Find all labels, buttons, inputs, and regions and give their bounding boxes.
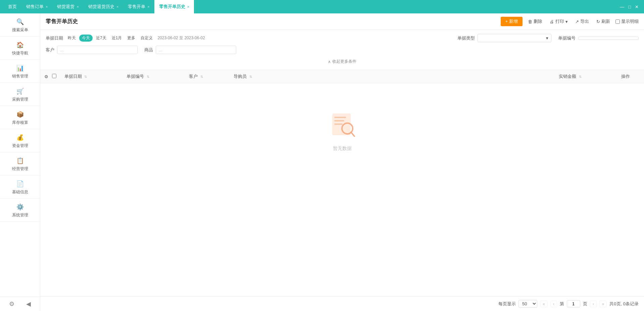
date-options: 昨天 今天 近7天 近1月 更多 自定义 <box>66 35 155 42</box>
date-opt-1month[interactable]: 近1月 <box>110 35 124 42</box>
sidebar-item-basic-info[interactable]: 📄 基础信息 <box>0 175 40 199</box>
th-spacer <box>283 70 555 83</box>
goods-input[interactable]: ... <box>156 46 236 54</box>
add-button[interactable]: + 新增 <box>501 17 523 26</box>
th-ops: 操作 <box>617 70 644 83</box>
window-controls: — □ ✕ <box>620 4 644 9</box>
quick-nav-icon: 🏠 <box>16 41 24 49</box>
show-detail-input[interactable] <box>615 19 620 24</box>
th-amount-label: 实销金额 <box>559 74 576 79</box>
empty-state: 暂无数据 <box>40 83 644 178</box>
th-amount: 实销金额 ⇅ <box>555 70 617 83</box>
basic-info-icon: 📄 <box>16 180 24 188</box>
page-input[interactable] <box>567 300 580 307</box>
top-nav: 首页 销售订单 × 销货退货 × 销货退货历史 × 零售开单 × 零售开单历史 … <box>0 0 644 13</box>
doc-type-label: 单据类型 <box>457 35 475 41</box>
svg-rect-1 <box>334 117 346 118</box>
th-customer-sort[interactable]: ⇅ <box>200 75 203 79</box>
main-layout: 🔍 搜索采单 🏠 快捷导航 📊 销售管理 🛒 采购管理 📦 库存核算 💰 资金管… <box>0 13 644 311</box>
sidebar-item-finance[interactable]: 💰 资金管理 <box>0 129 40 152</box>
first-page-btn[interactable]: « <box>540 301 548 307</box>
date-range: 2023-06-02 至 2023-06-02 <box>157 35 205 41</box>
th-customer-label: 客户 <box>189 74 198 79</box>
doc-no-filter-group: 单据编号 <box>558 35 639 41</box>
tab-home[interactable]: 首页 <box>3 0 21 13</box>
th-salesperson-sort[interactable]: ⇅ <box>249 75 252 79</box>
page-title: 零售开单历史 <box>46 18 78 25</box>
tab-retail-open-history[interactable]: 零售开单历史 × <box>154 0 194 13</box>
th-amount-sort[interactable]: ⇅ <box>579 75 582 79</box>
system-mgmt-icon: ⚙️ <box>16 203 24 211</box>
sidebar-item-purchase-mgmt[interactable]: 🛒 采购管理 <box>0 83 40 106</box>
th-settings: ⚙ <box>40 70 60 83</box>
tab-retail-open[interactable]: 零售开单 × <box>123 0 154 13</box>
date-opt-yesterday[interactable]: 昨天 <box>66 35 78 42</box>
sidebar-item-search-order[interactable]: 🔍 搜索采单 <box>0 13 40 37</box>
purchase-mgmt-icon: 🛒 <box>16 88 24 95</box>
search-order-icon: 🔍 <box>16 18 24 25</box>
date-opt-more[interactable]: 更多 <box>125 35 137 42</box>
finance-icon: 💰 <box>16 134 24 141</box>
doc-no-input[interactable] <box>578 37 639 40</box>
sales-mgmt-icon: 📊 <box>16 64 24 72</box>
th-no-sort[interactable]: ⇅ <box>147 75 149 79</box>
close-tab-sales-return[interactable]: × <box>77 5 79 9</box>
collapse-icon[interactable]: ◀ <box>26 300 31 308</box>
doc-type-select[interactable]: ▾ <box>478 34 551 42</box>
sidebar-bottom: ⚙ ◀ <box>0 297 40 311</box>
filter-row-2: 客户 ... 商品 ... <box>46 46 639 54</box>
sidebar-item-inventory[interactable]: 📦 库存核算 <box>0 106 40 129</box>
close-btn[interactable]: ✕ <box>635 4 639 9</box>
sidebar-item-operations[interactable]: 📋 经营管理 <box>0 152 40 175</box>
refresh-button[interactable]: ↻ 刷新 <box>594 17 612 26</box>
table-settings-icon[interactable]: ⚙ <box>44 74 48 79</box>
customer-input[interactable]: ... <box>57 46 138 54</box>
next-page-btn[interactable]: › <box>590 301 597 307</box>
close-tab-retail-open-history[interactable]: × <box>187 5 189 9</box>
doc-type-dropdown-icon: ▾ <box>546 36 548 41</box>
sidebar-item-sales-mgmt[interactable]: 📊 销售管理 <box>0 60 40 83</box>
export-button[interactable]: ↗ 导出 <box>573 17 591 26</box>
maximize-btn[interactable]: □ <box>628 4 631 9</box>
doc-type-filter-group: 单据类型 ▾ <box>457 34 551 42</box>
delete-icon: 🗑 <box>528 19 532 24</box>
date-opt-custom[interactable]: 自定义 <box>139 35 155 42</box>
print-button[interactable]: 🖨 打印 ▾ <box>548 17 570 26</box>
close-tab-sales-order[interactable]: × <box>46 5 48 9</box>
page-size-select[interactable]: 50 20 100 <box>518 300 537 308</box>
page-unit: 页 <box>583 301 587 307</box>
th-salesperson: 导购员 ⇅ <box>230 70 283 83</box>
th-customer: 客户 ⇅ <box>185 70 230 83</box>
date-opt-7days[interactable]: 近7天 <box>94 35 108 42</box>
th-date-sort[interactable]: ⇅ <box>84 75 87 79</box>
minimize-btn[interactable]: — <box>620 4 624 9</box>
sidebar-item-system-mgmt[interactable]: ⚙️ 系统管理 <box>0 199 40 222</box>
sidebar-item-quick-nav[interactable]: 🏠 快捷导航 <box>0 37 40 60</box>
settings-icon[interactable]: ⚙ <box>9 300 14 308</box>
collapse-button[interactable]: ∧ 收起更多条件 <box>328 57 356 66</box>
table-header-row: ⚙ 单据日期 ⇅ 单据编号 ⇅ 客户 <box>40 70 644 83</box>
refresh-icon: ↻ <box>596 19 600 24</box>
show-detail-checkbox[interactable]: 显示明细 <box>615 18 639 24</box>
tab-sales-order[interactable]: 销售订单 × <box>21 0 52 13</box>
last-page-btn[interactable]: » <box>599 301 607 307</box>
prev-page-btn[interactable]: ‹ <box>550 301 557 307</box>
print-dropdown-icon[interactable]: ▾ <box>565 19 568 24</box>
filter-area: 单据日期 昨天 今天 近7天 近1月 更多 自定义 2023-06-02 至 2… <box>40 30 644 70</box>
close-tab-retail-open[interactable]: × <box>147 5 149 9</box>
svg-rect-3 <box>334 123 343 125</box>
tab-sales-return-history[interactable]: 销货退货历史 × <box>84 0 123 13</box>
page-label: 第 <box>560 301 564 307</box>
svg-rect-2 <box>334 120 344 121</box>
th-no: 单据编号 ⇅ <box>122 70 185 83</box>
delete-button[interactable]: 🗑 删除 <box>526 17 544 26</box>
close-tab-sales-return-history[interactable]: × <box>116 5 118 9</box>
date-filter-group: 单据日期 昨天 今天 近7天 近1月 更多 自定义 2023-06-02 至 2… <box>46 35 205 42</box>
empty-illustration <box>326 110 359 140</box>
operations-icon: 📋 <box>16 157 24 164</box>
select-all-checkbox[interactable] <box>52 74 56 78</box>
date-opt-today[interactable]: 今天 <box>79 35 93 42</box>
customer-filter-group: 客户 ... <box>46 46 138 54</box>
doc-no-label: 单据编号 <box>558 35 576 41</box>
tab-sales-return[interactable]: 销货退货 × <box>52 0 83 13</box>
